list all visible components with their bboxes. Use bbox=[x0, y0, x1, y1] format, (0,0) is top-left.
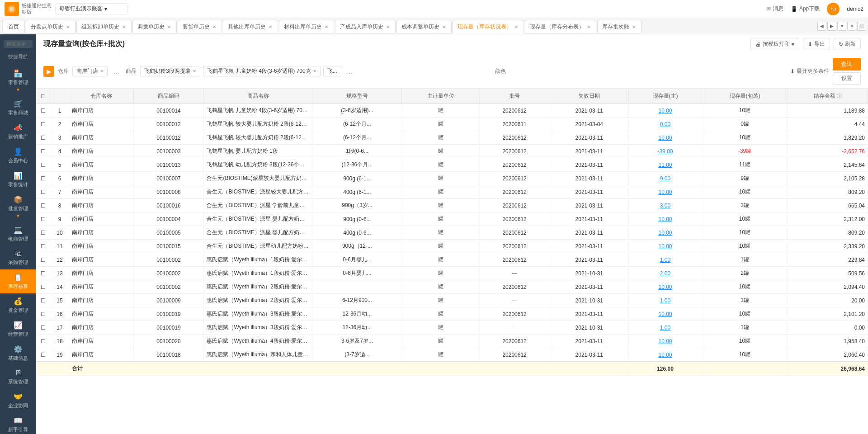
tab-yaohuo[interactable]: 要货单历史 ✕ bbox=[178, 20, 222, 33]
tab-close-all-btn[interactable]: ✕ bbox=[847, 22, 856, 31]
row-qty-main[interactable]: -39.00 bbox=[629, 145, 702, 158]
tab-close-batch-ledger[interactable]: ✕ bbox=[631, 24, 637, 30]
table-container[interactable]: ☐ 仓库名称 商品编码 商品名称 规格型号 主计量单位 批号 失效日期 现存量(… bbox=[36, 89, 868, 434]
avatar[interactable]: Ea bbox=[827, 3, 840, 15]
sidebar-item-store[interactable]: 🛒 零售商城 bbox=[0, 96, 36, 120]
row-checkbox[interactable]: ☐ bbox=[36, 118, 51, 131]
row-qty-main[interactable]: 3.00 bbox=[629, 199, 702, 212]
tab-close-zuchai[interactable]: ✕ bbox=[121, 24, 127, 30]
product-tag-3[interactable]: 飞... bbox=[323, 66, 341, 76]
tab-close-yaohuo[interactable]: ✕ bbox=[212, 24, 217, 30]
sidebar-quick-nav[interactable]: 快捷导航 bbox=[0, 50, 36, 62]
row-checkbox[interactable]: ☐ bbox=[36, 348, 51, 362]
app-download-btn[interactable]: 📱 App下载 bbox=[791, 5, 820, 13]
row-checkbox[interactable]: ☐ bbox=[36, 131, 51, 145]
row-qty-main[interactable]: 10.00 bbox=[629, 335, 702, 348]
tab-prev-btn[interactable]: ◀ bbox=[817, 22, 826, 31]
warehouse-tag-close[interactable]: ✕ bbox=[100, 69, 104, 74]
row-qty-main[interactable]: 10.00 bbox=[629, 348, 702, 362]
row-qty-main[interactable]: 1.00 bbox=[629, 321, 702, 335]
warehouse-more[interactable]: … bbox=[111, 68, 122, 75]
tab-close-material-out[interactable]: ✕ bbox=[324, 24, 329, 30]
sidebar-item-inventory[interactable]: 📋 库存核算 bbox=[0, 269, 36, 293]
tab-inventory-status[interactable]: 现存量（库存状况表） ✕ bbox=[453, 20, 524, 33]
row-checkbox[interactable]: ☐ bbox=[36, 172, 51, 185]
warehouse-tag[interactable]: 南岸门店 ✕ bbox=[72, 66, 108, 76]
product-tag-2-close[interactable]: ✕ bbox=[313, 69, 316, 74]
row-qty-main[interactable]: 2.00 bbox=[629, 267, 702, 280]
sidebar-item-system[interactable]: 🖥 系统管理 bbox=[0, 365, 36, 389]
row-checkbox[interactable]: ☐ bbox=[36, 226, 51, 240]
row-qty-main[interactable]: 10.00 bbox=[629, 131, 702, 145]
row-checkbox[interactable]: ☐ bbox=[36, 145, 51, 158]
sidebar-item-base[interactable]: ⚙️ 基础信息 bbox=[0, 341, 36, 365]
search-input[interactable] bbox=[4, 40, 33, 48]
balance-info-icon[interactable]: ⓘ bbox=[837, 93, 842, 99]
tab-batch-ledger[interactable]: 库存批次账 ✕ bbox=[597, 20, 642, 33]
export-btn[interactable]: ⬇ 导出 bbox=[803, 38, 830, 50]
product-more[interactable]: … bbox=[344, 68, 355, 75]
tab-close-cost-adj[interactable]: ✕ bbox=[441, 24, 447, 30]
filter-expand-btn[interactable]: ▶ bbox=[43, 66, 54, 77]
row-qty-main[interactable]: 11.00 bbox=[629, 158, 702, 172]
tab-product-in[interactable]: 产成品入库单历史 ✕ bbox=[335, 20, 396, 33]
tab-close-other-out[interactable]: ✕ bbox=[268, 24, 273, 30]
row-qty-main[interactable]: 0.00 bbox=[629, 118, 702, 131]
sidebar-item-ecommerce[interactable]: 💻 电商管理 bbox=[0, 222, 36, 246]
row-checkbox[interactable]: ☐ bbox=[36, 199, 51, 212]
row-qty-main[interactable]: 10.00 bbox=[629, 185, 702, 199]
tab-close-product-in[interactable]: ✕ bbox=[385, 24, 391, 30]
tab-close-tiaopai[interactable]: ✕ bbox=[166, 24, 172, 30]
row-qty-main[interactable]: 1.00 bbox=[629, 253, 702, 267]
query-btn[interactable]: 查询 bbox=[833, 58, 861, 71]
row-qty-main[interactable]: 10.00 bbox=[629, 104, 702, 118]
tab-close-inv-dist[interactable]: ✕ bbox=[586, 24, 591, 30]
tab-maximize-btn[interactable]: ⬜ bbox=[857, 22, 866, 31]
row-checkbox[interactable]: ☐ bbox=[36, 307, 51, 321]
row-checkbox[interactable]: ☐ bbox=[36, 335, 51, 348]
expand-more-btn[interactable]: ⬇ 展开更多条件 bbox=[790, 67, 829, 75]
product-tag-1-close[interactable]: ✕ bbox=[193, 69, 196, 74]
row-qty-main[interactable]: 10.00 bbox=[629, 226, 702, 240]
row-checkbox[interactable]: ☐ bbox=[36, 104, 51, 118]
sidebar-item-guide[interactable]: 📖 新手引导 bbox=[0, 413, 36, 434]
setting-btn[interactable]: 设置 bbox=[833, 72, 861, 85]
print-btn[interactable]: 🖨 按模板打印 ▾ bbox=[750, 38, 799, 50]
row-checkbox[interactable]: ☐ bbox=[36, 158, 51, 172]
product-tag-1[interactable]: 飞鹤奶粉3段两提装 ✕ bbox=[140, 66, 200, 76]
sidebar-item-corp[interactable]: 🤝 企业协同 bbox=[0, 389, 36, 413]
tab-menu-btn[interactable]: ▾ bbox=[837, 22, 846, 31]
sidebar-item-retail[interactable]: 🏪 零售管理 ▼ bbox=[0, 66, 36, 96]
sidebar-item-wholesale[interactable]: 📦 批发管理 ▼ bbox=[0, 192, 36, 222]
row-qty-main[interactable]: 10.00 bbox=[629, 212, 702, 226]
sidebar-item-member[interactable]: 👤 会员中心 bbox=[0, 144, 36, 168]
message-btn[interactable]: ✉ 消息 bbox=[766, 5, 783, 13]
row-checkbox[interactable]: ☐ bbox=[36, 240, 51, 253]
sidebar-item-purchase[interactable]: 🛍 采购管理 bbox=[0, 246, 36, 269]
row-checkbox[interactable]: ☐ bbox=[36, 294, 51, 307]
tab-tiaopai[interactable]: 调拨单历史 ✕ bbox=[132, 20, 177, 33]
row-checkbox[interactable]: ☐ bbox=[36, 212, 51, 226]
org-selector[interactable]: 母婴行业演示账套 ▾ bbox=[55, 3, 127, 14]
row-qty-main[interactable]: 9.00 bbox=[629, 172, 702, 185]
row-qty-main[interactable]: 10.00 bbox=[629, 240, 702, 253]
sidebar-item-operations[interactable]: 📈 经营管理 bbox=[0, 317, 36, 341]
tab-fenku[interactable]: 分盘点单历史 ✕ bbox=[26, 20, 75, 33]
refresh-btn[interactable]: ↻ 刷新 bbox=[834, 38, 861, 50]
row-qty-main[interactable]: 10.00 bbox=[629, 280, 702, 294]
tab-home[interactable]: 首页 bbox=[2, 20, 25, 33]
row-qty-main[interactable]: 10.00 bbox=[629, 307, 702, 321]
row-checkbox[interactable]: ☐ bbox=[36, 321, 51, 335]
sidebar-item-finance[interactable]: 💰 资金管理 bbox=[0, 293, 36, 317]
tab-close-fenku[interactable]: ✕ bbox=[65, 24, 71, 30]
col-checkbox[interactable]: ☐ bbox=[36, 89, 51, 104]
sidebar-item-marketing[interactable]: 📣 营销推广 bbox=[0, 120, 36, 144]
product-tag-2[interactable]: 飞鹤星飞帆 儿童奶粉 4段(3-6岁适用) 700克 ✕ bbox=[203, 66, 321, 76]
tab-zuchai[interactable]: 组装拆卸单历史 ✕ bbox=[76, 20, 132, 33]
tab-next-btn[interactable]: ▶ bbox=[827, 22, 836, 31]
row-checkbox[interactable]: ☐ bbox=[36, 185, 51, 199]
row-checkbox[interactable]: ☐ bbox=[36, 253, 51, 267]
tab-close-inv-status[interactable]: ✕ bbox=[514, 24, 519, 30]
row-checkbox[interactable]: ☐ bbox=[36, 280, 51, 294]
sidebar-item-stats[interactable]: 📊 零售统计 bbox=[0, 168, 36, 192]
